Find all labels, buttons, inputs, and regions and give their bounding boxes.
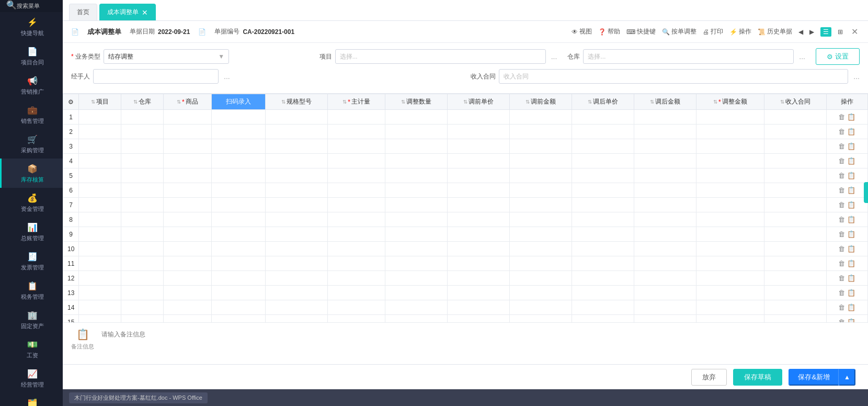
row-income-contract[interactable] xyxy=(764,168,826,183)
row-post-amount[interactable] xyxy=(634,198,696,212)
row-warehouse[interactable] xyxy=(121,286,164,300)
row-adj-qty[interactable] xyxy=(385,271,448,286)
row-adj-amount[interactable] xyxy=(696,183,764,198)
row-project[interactable] xyxy=(79,110,121,125)
row-pre-amount[interactable] xyxy=(510,315,572,323)
row-scan[interactable] xyxy=(211,183,265,198)
row-pre-unit-price[interactable] xyxy=(448,212,510,227)
project-dots-btn[interactable]: ... xyxy=(551,52,557,61)
row-unit[interactable] xyxy=(327,139,385,154)
row-adj-qty[interactable] xyxy=(385,256,448,271)
row-income-contract[interactable] xyxy=(764,183,826,198)
row-adj-qty[interactable] xyxy=(385,168,448,183)
row-project[interactable] xyxy=(79,125,121,139)
row-delete-icon[interactable]: 🗑 xyxy=(838,230,845,238)
list-view-btn[interactable]: ☰ xyxy=(820,27,831,37)
row-post-unit-price[interactable] xyxy=(572,315,634,323)
row-spec[interactable] xyxy=(265,198,327,212)
row-adj-amount[interactable] xyxy=(696,168,764,183)
row-pre-amount[interactable] xyxy=(510,110,572,125)
row-goods[interactable] xyxy=(164,183,211,198)
sidebar-item-tax-mgmt[interactable]: 📋 税务管理 xyxy=(0,276,63,305)
row-adj-qty[interactable] xyxy=(385,300,448,315)
row-pre-amount[interactable] xyxy=(510,168,572,183)
col-scan[interactable]: 扫码录入 xyxy=(211,94,265,110)
row-adj-amount[interactable] xyxy=(696,139,764,154)
row-adj-amount[interactable] xyxy=(696,271,764,286)
row-delete-icon[interactable]: 🗑 xyxy=(838,303,845,311)
row-pre-amount[interactable] xyxy=(510,212,572,227)
row-warehouse[interactable] xyxy=(121,139,164,154)
sidebar-item-operations[interactable]: 📈 经营管理 xyxy=(0,364,63,393)
row-post-amount[interactable] xyxy=(634,125,696,139)
action-btn[interactable]: ⚡ 操作 xyxy=(729,27,751,36)
row-project[interactable] xyxy=(79,242,121,256)
sidebar-item-project-contract[interactable]: 📄 项目合同 xyxy=(0,41,63,71)
row-scan[interactable] xyxy=(211,286,265,300)
biz-type-input[interactable]: 结存调整 ▼ xyxy=(104,49,229,64)
row-warehouse[interactable] xyxy=(121,125,164,139)
row-scan[interactable] xyxy=(211,315,265,323)
row-post-amount[interactable] xyxy=(634,315,696,323)
row-spec[interactable] xyxy=(265,271,327,286)
row-adj-amount[interactable] xyxy=(696,300,764,315)
print-btn[interactable]: 🖨 打印 xyxy=(703,27,723,36)
row-project[interactable] xyxy=(79,139,121,154)
sidebar-item-sales-mgmt[interactable]: 💼 销售管理 xyxy=(0,100,63,129)
row-project[interactable] xyxy=(79,212,121,227)
row-warehouse[interactable] xyxy=(121,242,164,256)
row-post-unit-price[interactable] xyxy=(572,227,634,242)
row-scan[interactable] xyxy=(211,198,265,212)
row-goods[interactable] xyxy=(164,139,211,154)
row-warehouse[interactable] xyxy=(121,212,164,227)
row-unit[interactable] xyxy=(327,271,385,286)
project-input[interactable]: 选择... xyxy=(335,49,546,64)
row-post-amount[interactable] xyxy=(634,286,696,300)
view-btn[interactable]: 👁 视图 xyxy=(572,27,592,36)
row-post-amount[interactable] xyxy=(634,300,696,315)
row-warehouse[interactable] xyxy=(121,110,164,125)
row-project[interactable] xyxy=(79,227,121,242)
settings-btn[interactable]: ⚙ 设置 xyxy=(816,48,860,65)
row-pre-unit-price[interactable] xyxy=(448,242,510,256)
row-unit[interactable] xyxy=(327,198,385,212)
row-project[interactable] xyxy=(79,271,121,286)
row-income-contract[interactable] xyxy=(764,256,826,271)
row-post-unit-price[interactable] xyxy=(572,198,634,212)
row-scan[interactable] xyxy=(211,242,265,256)
col-settings[interactable]: ⚙ xyxy=(63,94,79,110)
row-post-unit-price[interactable] xyxy=(572,212,634,227)
row-delete-icon[interactable]: 🗑 xyxy=(838,128,845,136)
row-adj-qty[interactable] xyxy=(385,125,448,139)
row-copy-icon[interactable]: 📋 xyxy=(847,260,855,267)
row-post-amount[interactable] xyxy=(634,183,696,198)
row-post-amount[interactable] xyxy=(634,271,696,286)
row-post-amount[interactable] xyxy=(634,154,696,168)
row-spec[interactable] xyxy=(265,154,327,168)
row-pre-amount[interactable] xyxy=(510,256,572,271)
row-unit[interactable] xyxy=(327,154,385,168)
row-unit[interactable] xyxy=(327,125,385,139)
row-copy-icon[interactable]: 📋 xyxy=(847,303,855,311)
row-spec[interactable] xyxy=(265,242,327,256)
row-adj-amount[interactable] xyxy=(696,286,764,300)
row-warehouse[interactable] xyxy=(121,183,164,198)
row-adj-qty[interactable] xyxy=(385,227,448,242)
row-copy-icon[interactable]: 📋 xyxy=(847,157,855,165)
sidebar-item-purchase-mgmt[interactable]: 🛒 采购管理 xyxy=(0,129,63,159)
row-project[interactable] xyxy=(79,286,121,300)
row-pre-amount[interactable] xyxy=(510,300,572,315)
row-warehouse[interactable] xyxy=(121,168,164,183)
row-scan[interactable] xyxy=(211,271,265,286)
row-adj-qty[interactable] xyxy=(385,286,448,300)
close-panel-btn[interactable]: ✕ xyxy=(849,27,860,37)
row-adj-qty[interactable] xyxy=(385,183,448,198)
row-goods[interactable] xyxy=(164,242,211,256)
row-copy-icon[interactable]: 📋 xyxy=(847,289,855,297)
row-project[interactable] xyxy=(79,300,121,315)
taskbar-wps-item[interactable]: 木门行业好业财处理方案-墓红红.doc - WPS Office xyxy=(69,392,208,403)
row-adj-amount[interactable] xyxy=(696,154,764,168)
row-pre-unit-price[interactable] xyxy=(448,256,510,271)
warehouse-dots-btn[interactable]: ... xyxy=(799,52,805,61)
row-adj-amount[interactable] xyxy=(696,212,764,227)
